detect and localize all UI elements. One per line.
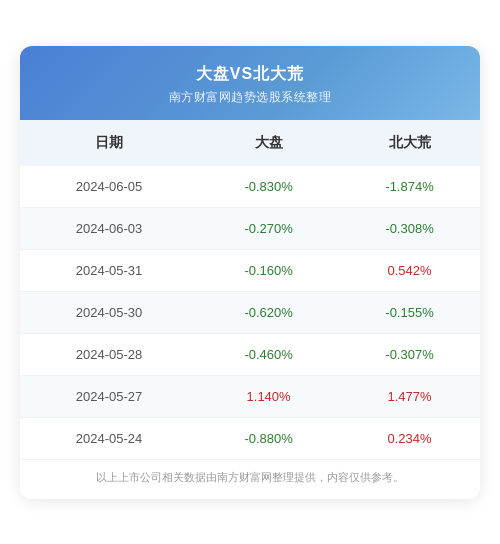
cell-market: -0.460% (198, 333, 339, 375)
cell-market: -0.270% (198, 207, 339, 249)
table-row: 2024-06-03-0.270%-0.308% (20, 207, 480, 249)
cell-stock: -1.874% (339, 166, 480, 208)
table-row: 2024-05-30-0.620%-0.155% (20, 291, 480, 333)
cell-date: 2024-05-30 (20, 291, 198, 333)
cell-stock: -0.155% (339, 291, 480, 333)
cell-date: 2024-05-24 (20, 417, 198, 459)
col-date: 日期 (20, 120, 198, 166)
cell-market: -0.830% (198, 166, 339, 208)
main-card: 大盘VS北大荒 南方财富网趋势选股系统整理 南方财富网 Southmoney.c… (20, 46, 480, 499)
col-stock: 北大荒 (339, 120, 480, 166)
cell-market: -0.620% (198, 291, 339, 333)
col-market: 大盘 (198, 120, 339, 166)
table-row: 2024-05-24-0.880%0.234% (20, 417, 480, 459)
cell-date: 2024-05-27 (20, 375, 198, 417)
cell-stock: -0.308% (339, 207, 480, 249)
cell-stock: -0.307% (339, 333, 480, 375)
cell-date: 2024-05-31 (20, 249, 198, 291)
title-main: 大盘VS北大荒 (44, 64, 456, 85)
cell-market: -0.160% (198, 249, 339, 291)
cell-market: 1.140% (198, 375, 339, 417)
cell-market: -0.880% (198, 417, 339, 459)
table-row: 2024-05-28-0.460%-0.307% (20, 333, 480, 375)
table-row: 2024-05-271.140%1.477% (20, 375, 480, 417)
cell-stock: 1.477% (339, 375, 480, 417)
card-footer: 以上上市公司相关数据由南方财富网整理提供，内容仅供参考。 (20, 459, 480, 499)
table-header-row: 日期 大盘 北大荒 (20, 120, 480, 166)
cell-date: 2024-05-28 (20, 333, 198, 375)
cell-stock: 0.234% (339, 417, 480, 459)
table-row: 2024-06-05-0.830%-1.874% (20, 166, 480, 208)
data-table: 日期 大盘 北大荒 2024-06-05-0.830%-1.874%2024-0… (20, 120, 480, 459)
cell-stock: 0.542% (339, 249, 480, 291)
card-header: 大盘VS北大荒 南方财富网趋势选股系统整理 (20, 46, 480, 120)
cell-date: 2024-06-05 (20, 166, 198, 208)
title-sub: 南方财富网趋势选股系统整理 (44, 89, 456, 106)
cell-date: 2024-06-03 (20, 207, 198, 249)
table-row: 2024-05-31-0.160%0.542% (20, 249, 480, 291)
